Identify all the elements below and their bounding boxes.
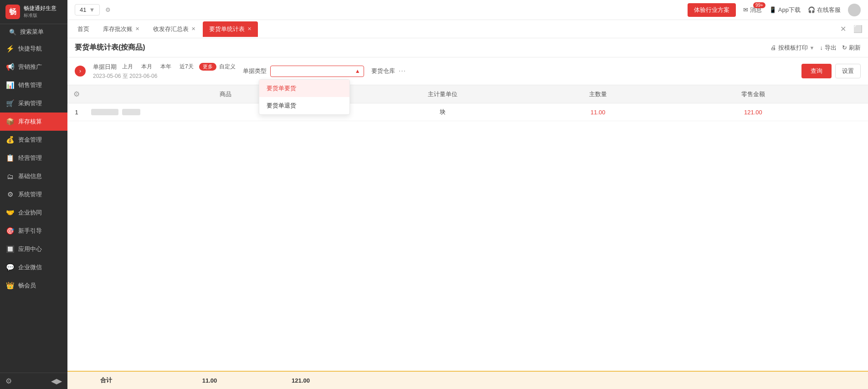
sidebar-item-sales[interactable]: 📊 销售管理	[0, 76, 67, 94]
search-menu[interactable]: 🔍 搜索菜单	[0, 24, 67, 40]
page-title: 要货单统计表(按商品)	[75, 43, 145, 52]
last-month-btn[interactable]: 上月	[119, 62, 136, 72]
sidebar-item-label: 新手引导	[18, 227, 42, 235]
refresh-btn[interactable]: ↻ 刷新	[842, 44, 861, 52]
wechat-icon: 💬	[5, 263, 15, 272]
tab-order-stats[interactable]: 要货单统计表 ✕	[203, 21, 258, 37]
sidebar-item-system[interactable]: ⚙ 系统管理	[0, 185, 67, 204]
user-avatar[interactable]	[848, 4, 861, 16]
table-area: ⚙ 商品 主计量单位 主数量 零售金额	[67, 85, 868, 371]
guide-icon: 🎯	[5, 226, 15, 235]
sidebar-item-member[interactable]: 👑 畅会员	[0, 276, 67, 295]
type-dropdown-arrow[interactable]: ▲	[355, 68, 360, 74]
refresh-label: 刷新	[849, 44, 861, 52]
messages-btn[interactable]: ✉ 消息 99+	[743, 6, 762, 14]
row-unit: 块	[365, 103, 520, 121]
col-header-qty: 主数量	[520, 85, 676, 103]
logo-icon: 畅	[5, 5, 20, 19]
col-qty-label: 主数量	[589, 91, 607, 97]
dropdown-item-return[interactable]: 要货单退货	[259, 97, 349, 114]
sidebar-item-finance[interactable]: 💰 资金管理	[0, 131, 67, 149]
date-shortcuts: 上月 本月 本年 近7天 更多 自定义	[119, 62, 236, 72]
footer-values: 11.00 121.00	[164, 377, 346, 384]
sidebar-item-app-center[interactable]: 🔲 应用中心	[0, 240, 67, 258]
this-year-btn[interactable]: 本年	[158, 62, 174, 72]
warehouse-dots[interactable]: ···	[399, 67, 406, 75]
query-btn[interactable]: 查询	[801, 64, 832, 78]
close-tab-btn[interactable]: ✕	[838, 23, 848, 35]
col-header-settings: ⚙	[67, 85, 86, 103]
tab-delivery-summary[interactable]: 收发存汇总表 ✕	[147, 21, 202, 37]
page-header: 要货单统计表(按商品) 🖨 按模板打印 ▼ ↓ 导出 ↻ 刷新	[67, 38, 868, 57]
sidebar-item-label: 企业协同	[18, 209, 42, 217]
amount-value: 121.00	[744, 109, 762, 116]
quick-nav-icon: ⚡	[5, 44, 15, 53]
footer-amount: 121.00	[278, 377, 324, 384]
sidebar-item-inventory[interactable]: 📦 库存核算	[0, 113, 67, 131]
store-selector[interactable]: 41 ▼	[75, 4, 100, 15]
col-header-amount: 零售金额	[676, 85, 831, 103]
tab-delivery-summary-label: 收发存汇总表	[153, 25, 189, 33]
sidebar-item-label: 畅会员	[18, 282, 36, 290]
tab-batch-account[interactable]: 库存批次账 ✕	[97, 21, 146, 37]
message-icon: ✉	[743, 6, 748, 13]
row-qty: 11.00	[520, 103, 676, 121]
tab-home-label: 首页	[77, 25, 89, 33]
sidebar-item-label: 企业微信	[18, 263, 42, 271]
print-btn[interactable]: 🖨 按模板打印 ▼	[770, 44, 815, 52]
store-dropdown-arrow: ▼	[89, 6, 95, 13]
dropdown-item-requisition[interactable]: 要货单要货	[259, 80, 349, 97]
sidebar-item-enterprise[interactable]: 🤝 企业协同	[0, 204, 67, 222]
this-month-btn[interactable]: 本月	[139, 62, 155, 72]
filter-warehouse-group: 要货仓库 ···	[371, 67, 406, 75]
sidebar-item-marketing[interactable]: 📢 营销推广	[0, 58, 67, 76]
table-row: 1 块 11.00	[67, 103, 868, 121]
sidebar-item-guide[interactable]: 🎯 新手引导	[0, 222, 67, 240]
sidebar-nav: ⚡ 快捷导航 📢 营销推广 📊 销售管理 🛒 采购管理 📦 库存核算 💰 资金管…	[0, 40, 67, 373]
sidebar-item-label: 资金管理	[18, 136, 42, 144]
system-icon: ⚙	[5, 190, 15, 199]
sidebar-item-label: 应用中心	[18, 245, 42, 253]
last-7-days-btn[interactable]: 近7天	[177, 62, 196, 72]
app-download-label: App下载	[778, 6, 801, 14]
maximize-btn[interactable]: ⬜	[852, 23, 864, 35]
more-dates-btn[interactable]: 更多	[199, 63, 216, 71]
export-icon: ↓	[820, 44, 823, 51]
close-icon[interactable]: ✕	[247, 26, 252, 32]
print-dropdown-arrow[interactable]: ▼	[810, 45, 815, 51]
type-filter-input[interactable]	[270, 66, 364, 77]
col-unit-label: 主计量单位	[428, 91, 457, 97]
table-footer: 合计 11.00 121.00	[67, 371, 868, 389]
gear-icon[interactable]: ⚙	[105, 6, 111, 13]
app-icon: 📱	[769, 6, 776, 13]
date-range-display: 2023-05-06 至 2023-06-06	[93, 72, 236, 80]
export-btn[interactable]: ↓ 导出	[820, 44, 837, 52]
custom-date-btn[interactable]: 自定义	[219, 63, 236, 71]
collapse-icon[interactable]: ◀▶	[51, 377, 62, 385]
qty-value: 11.00	[591, 109, 606, 116]
col-amount-label: 零售金额	[741, 91, 765, 97]
sidebar-item-label: 库存核算	[18, 118, 42, 126]
sidebar-item-label: 销售管理	[18, 81, 42, 89]
close-icon[interactable]: ✕	[135, 26, 139, 32]
app-download-btn[interactable]: 📱 App下载	[769, 6, 801, 14]
sidebar-item-purchase[interactable]: 🛒 采购管理	[0, 94, 67, 113]
collapse-filter-btn[interactable]: ›	[75, 66, 86, 77]
search-menu-label: 搜索菜单	[20, 28, 44, 36]
trial-btn[interactable]: 体验行业方案	[688, 3, 736, 17]
type-filter-label: 单据类型	[243, 67, 267, 75]
sidebar-item-quick-nav[interactable]: ⚡ 快捷导航	[0, 40, 67, 58]
settings-bottom-icon[interactable]: ⚙	[5, 377, 12, 385]
tab-home[interactable]: 首页	[71, 21, 96, 37]
unit-value: 块	[440, 108, 446, 115]
filter-area: › 单据日期 上月 本月 本年 近7天 更多 自定义 2023-05-0	[67, 57, 868, 85]
sidebar-item-operations[interactable]: 📋 经营管理	[0, 149, 67, 167]
sidebar-item-wechat[interactable]: 💬 企业微信	[0, 258, 67, 276]
online-service-btn[interactable]: 🎧 在线客服	[808, 6, 841, 14]
sidebar-item-label: 经营管理	[18, 154, 42, 162]
close-icon[interactable]: ✕	[191, 26, 195, 32]
column-settings-icon[interactable]: ⚙	[73, 90, 80, 98]
settings-btn[interactable]: 设置	[835, 64, 861, 78]
col-product-label: 商品	[220, 91, 231, 97]
sidebar-item-basic[interactable]: 🗂 基础信息	[0, 167, 67, 185]
